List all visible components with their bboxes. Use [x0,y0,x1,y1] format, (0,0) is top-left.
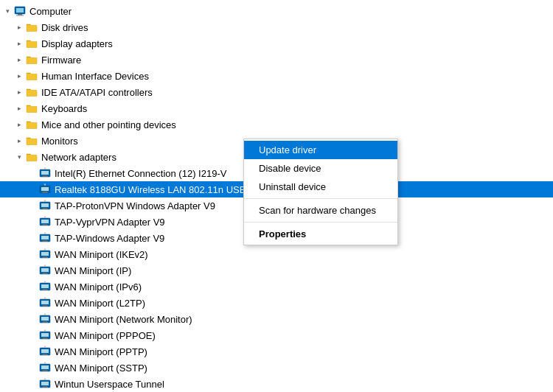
tree-item-label-disk-drives: Disk drives [41,22,552,33]
tree-item-firmware[interactable]: Firmware [0,52,553,68]
svg-rect-13 [42,192,48,193]
svg-point-44 [44,265,46,267]
svg-rect-79 [42,371,48,371]
svg-rect-24 [43,224,47,225]
svg-rect-71 [41,349,49,353]
svg-rect-54 [43,305,47,306]
svg-rect-35 [41,252,49,256]
expander-monitors[interactable] [13,135,25,147]
tree-item-label-firmware: Firmware [41,55,552,66]
tree-item-computer[interactable]: Computer [0,3,553,19]
svg-rect-61 [42,322,48,323]
svg-rect-73 [42,354,48,355]
svg-point-32 [44,233,46,234]
tree-item-label-keyboards: Keyboards [41,103,552,114]
expander-computer[interactable] [1,5,13,17]
svg-rect-7 [42,176,48,177]
svg-point-74 [44,346,46,348]
expander-network-adapters[interactable] [13,151,25,163]
svg-rect-6 [43,175,47,176]
tree-item-wan-ip[interactable]: WAN Miniport (IP) [0,262,553,279]
tree-item-ide-ata[interactable]: IDE ATA/ATAPI controllers [0,84,553,100]
svg-point-38 [44,249,46,251]
folder-icon [25,150,38,164]
folder-icon [25,69,38,83]
svg-rect-72 [43,354,47,354]
tree-item-display-adapters[interactable]: Display adapters [0,35,553,52]
expander-disk-drives[interactable] [13,21,25,33]
context-menu-item-disable-device[interactable]: Disable device [244,159,397,178]
svg-point-68 [44,330,46,332]
svg-rect-42 [43,273,47,273]
svg-rect-43 [42,273,48,274]
svg-rect-67 [42,338,48,339]
svg-point-50 [44,281,46,283]
tree-item-label-wan-pppoe: WAN Miniport (PPPOE) [55,330,552,341]
folder-icon [25,53,38,66]
svg-rect-65 [41,333,49,337]
tree-item-label-wan-ipv6: WAN Miniport (IPv6) [55,281,552,293]
network-icon [38,167,52,180]
expander-display-adapters[interactable] [13,38,25,49]
tree-item-wan-ikev2[interactable]: WAN Miniport (IKEv2) [0,246,553,262]
expander-keyboards[interactable] [13,102,25,114]
svg-point-56 [44,298,46,299]
tree-item-wan-pptp[interactable]: WAN Miniport (PPTP) [0,343,553,360]
svg-rect-60 [43,321,47,322]
svg-rect-29 [41,236,49,239]
tree-item-label-display-adapters: Display adapters [41,38,552,49]
tree-item-wan-network[interactable]: WAN Miniport (Network Monitor) [0,311,553,327]
tree-item-label-wan-l2tp: WAN Miniport (L2TP) [55,298,552,309]
context-menu-item-update-driver[interactable]: Update driver [244,141,397,159]
svg-point-80 [44,363,46,364]
computer-icon [13,4,27,18]
tree-item-label-human-interface: Human Interface Devices [41,71,552,82]
tree-item-wan-ipv6[interactable]: WAN Miniport (IPv6) [0,279,553,295]
tree-item-wintun[interactable]: Wintun Userspace Tunnel [0,376,553,392]
device-manager-window: Computer Disk drives Display adapters Fi… [0,0,553,392]
context-menu-item-scan-hardware[interactable]: Scan for hardware changes [244,201,397,220]
svg-rect-85 [42,387,48,388]
expander-mice[interactable] [13,119,25,130]
tree-item-keyboards[interactable]: Keyboards [0,100,553,116]
svg-point-8 [44,168,46,169]
expander-firmware[interactable] [13,54,25,66]
svg-rect-18 [43,208,47,209]
svg-rect-41 [41,268,49,272]
svg-rect-78 [43,370,47,371]
network-icon [38,296,52,309]
svg-rect-53 [41,301,49,304]
svg-rect-12 [43,192,47,192]
folder-icon [25,21,38,34]
network-icon [38,231,52,245]
context-menu-item-properties[interactable]: Properties [244,225,397,243]
folder-icon [25,134,38,147]
svg-rect-49 [42,290,48,290]
context-menu-item-uninstall-device[interactable]: Uninstall device [244,178,397,196]
network-icon [38,264,52,277]
svg-rect-77 [41,365,49,369]
svg-rect-5 [41,171,49,175]
tree-item-mice[interactable]: Mice and other pointing devices [0,116,553,133]
folder-icon [25,37,38,50]
svg-rect-25 [42,225,48,225]
tree-item-wan-pppoe[interactable]: WAN Miniport (PPPOE) [0,327,553,343]
tree-item-label-wan-ikev2: WAN Miniport (IKEv2) [55,249,552,260]
network-icon [38,345,52,358]
tree-item-disk-drives[interactable]: Disk drives [0,19,553,35]
tree-item-wan-sstp[interactable]: WAN Miniport (SSTP) [0,360,553,376]
tree-item-label-mice: Mice and other pointing devices [41,119,552,130]
svg-rect-19 [42,209,48,209]
svg-rect-55 [42,306,48,307]
expander-ide-ata[interactable] [13,86,25,98]
tree-item-human-interface[interactable]: Human Interface Devices [0,68,553,84]
svg-rect-83 [41,382,49,385]
svg-rect-11 [41,187,49,191]
tree-item-wan-l2tp[interactable]: WAN Miniport (L2TP) [0,295,553,311]
svg-rect-30 [43,240,47,241]
network-icon [38,199,52,212]
network-icon [38,248,52,261]
expander-human-interface[interactable] [13,70,25,82]
network-icon [38,377,52,391]
svg-rect-2 [18,14,22,15]
